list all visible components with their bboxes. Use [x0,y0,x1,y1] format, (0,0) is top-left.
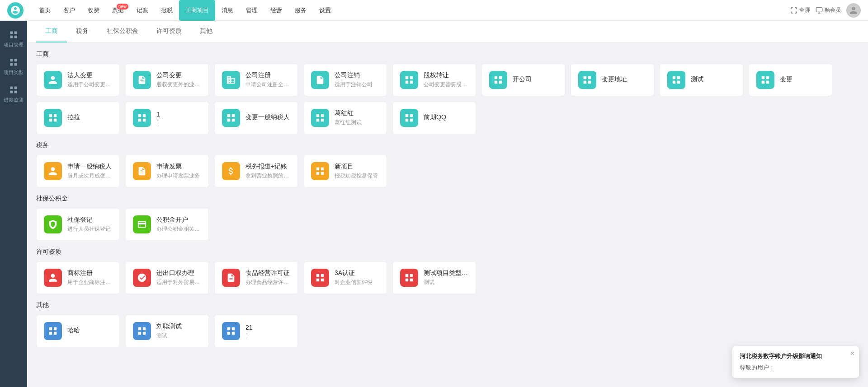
card-icon-biangeng2 [756,71,774,89]
nav-business[interactable]: 工商项目 [179,0,215,21]
card-haha[interactable]: 哈哈 [36,315,120,347]
nav-home[interactable]: 首页 [33,0,57,21]
card-text-gehonghong: 葛红红 葛红红测试 [335,109,379,126]
right-actions: 全屏 畅会员 [790,3,861,18]
card-21[interactable]: 21 1 [214,315,298,347]
card-3a[interactable]: 3A认证 对企业信誉评级 [303,261,387,294]
card-icon-jckq [133,269,151,287]
svg-rect-65 [49,327,52,330]
card-text-cslxzdyq: 测试项目类型自定义 测试 [424,269,468,286]
svg-rect-61 [406,274,408,277]
svg-rect-45 [316,114,319,117]
svg-rect-75 [227,332,230,335]
card-cslxzdyq[interactable]: 测试项目类型自定义 测试 [392,261,476,294]
nav-tax[interactable]: 报税 [155,0,179,21]
user-avatar[interactable] [846,3,861,18]
card-zhuxiao[interactable]: 公司注销 适用于注销公司 [303,64,387,96]
card-gqzr[interactable]: 股权转让 公司变更需要股权转让 [392,64,476,96]
svg-rect-15 [406,81,408,84]
card-jckq[interactable]: 进出口权办理 适用于对外贸易经营者 [125,261,209,294]
fullscreen-button[interactable]: 全屏 [790,6,810,14]
card-text-sbzc: 商标注册 用于企业商标注册服务 [67,269,112,286]
sidebar-label-project-manage: 项目管理 [4,42,24,48]
tab-shuiwu[interactable]: 税务 [67,21,98,42]
project-type-icon [9,57,19,67]
card-sbzc[interactable]: 商标注册 用于企业商标注册服务 [36,261,120,294]
tab-shebao[interactable]: 社保公积金 [98,21,147,42]
sidebar-label-project-type: 项目类型 [4,69,24,76]
svg-rect-24 [588,81,591,84]
card-text-biangengnas: 变更一般纳税人 [245,113,290,123]
card-one[interactable]: 1 1 [125,102,209,134]
nav-message[interactable]: 消息 [215,0,240,21]
svg-rect-17 [495,76,497,79]
nav-operation[interactable]: 经营 [264,0,288,21]
card-gehonghong[interactable]: 葛红红 葛红红测试 [303,102,387,134]
svg-rect-72 [143,332,146,335]
svg-rect-1 [10,32,13,34]
svg-rect-29 [762,76,764,79]
svg-rect-57 [316,274,319,277]
sidebar-item-project-manage[interactable]: 项目管理 [0,25,27,53]
card-gjjkh[interactable]: 公积金开户 办理公积金相关业务 [125,208,209,241]
tab-other[interactable]: 其他 [191,21,222,42]
card-icon-qianqiqq [400,109,418,127]
svg-rect-62 [410,274,413,277]
svg-rect-63 [406,279,408,281]
card-faziren[interactable]: 法人变更 适用于公司变更法人 [36,64,120,96]
card-qianqiqq[interactable]: 前期QQ [392,102,476,134]
card-liucongcs[interactable]: 刘聪测试 测试 [125,315,209,347]
nav-service[interactable]: 服务 [288,0,313,21]
svg-rect-44 [232,119,235,121]
nav-settings[interactable]: 设置 [313,0,337,21]
cards-grid-xuke: 商标注册 用于企业商标注册服务 进出口权办理 适用于对外贸易经营者 食品经营 [36,261,859,294]
card-sbdj[interactable]: 社保登记 进行人员社保登记 [36,208,120,241]
cards-grid-other: 哈哈 刘聪测试 测试 21 1 [36,315,859,347]
svg-rect-23 [584,81,586,84]
svg-rect-3 [10,36,13,38]
card-biangeng2[interactable]: 变更 [749,64,832,96]
card-sqfp[interactable]: 申请发票 办理申请发票业务 [125,155,209,187]
notification-close-button[interactable]: × [850,350,854,358]
card-swbd[interactable]: 税务报道+记账 拿到营业执照的新公司 [214,155,298,187]
card-biangengnas[interactable]: 变更一般纳税人 [214,102,298,134]
card-xinxiangmu[interactable]: 新项目 报税加税控盘保管 [303,155,387,187]
svg-rect-67 [49,332,52,335]
svg-rect-40 [143,119,146,121]
card-spjyxkz[interactable]: 食品经营许可证 办理食品经营许可证 [214,261,298,294]
card-zhuce[interactable]: 公司注册 申请公司注册全流程 [214,64,298,96]
svg-rect-41 [227,114,230,117]
card-icon-3a [311,269,329,287]
svg-rect-74 [232,327,235,330]
section-title-other: 其他 [36,301,859,309]
card-biangengdizhi[interactable]: 变更地址 [571,64,654,96]
card-icon-sqnas [44,162,62,180]
tab-xuke[interactable]: 许可资质 [147,21,191,42]
member-button[interactable]: 畅会员 [816,6,841,14]
card-lala[interactable]: 拉拉 [36,102,120,134]
nav-invoice[interactable]: 票据 new [106,0,130,21]
nav-manage[interactable]: 管理 [240,0,264,21]
card-icon-gjjkh [133,215,151,233]
card-text-sbdj: 社保登记 进行人员社保登记 [67,216,112,233]
sidebar-item-project-type[interactable]: 项目类型 [0,53,27,80]
progress-icon [9,85,19,95]
card-text-zhuce: 公司注册 申请公司注册全流程 [245,71,290,89]
card-gsbiangeng[interactable]: 公司变更 股权变更外的业务变更 [125,64,209,96]
card-ceshi[interactable]: 测试 [660,64,743,96]
sidebar-item-progress[interactable]: 进度监测 [0,80,27,108]
svg-rect-52 [410,119,413,121]
card-sqnas[interactable]: 申请一般纳税人 当月或次月成变更完成 [36,155,120,187]
svg-rect-32 [766,81,769,84]
nav-customer[interactable]: 客户 [57,0,81,21]
tab-gongshang[interactable]: 工商 [36,21,67,42]
card-kaigongsi[interactable]: 开公司 [481,64,565,96]
svg-rect-46 [321,114,324,117]
top-nav: 首页 客户 收费 票据 new 记账 报税 工商项目 消息 管理 经营 服务 设… [0,0,868,21]
nav-billing[interactable]: 收费 [81,0,106,21]
card-text-spjyxkz: 食品经营许可证 办理食品经营许可证 [245,269,290,286]
nav-bookkeeping[interactable]: 记账 [130,0,155,21]
svg-rect-43 [227,119,230,121]
sub-nav-wrapper: 工商 税务 社保公积金 许可资质 其他 新增业务类型 刷新 [27,21,868,43]
notification-body: 尊敬的用户： [740,363,852,372]
